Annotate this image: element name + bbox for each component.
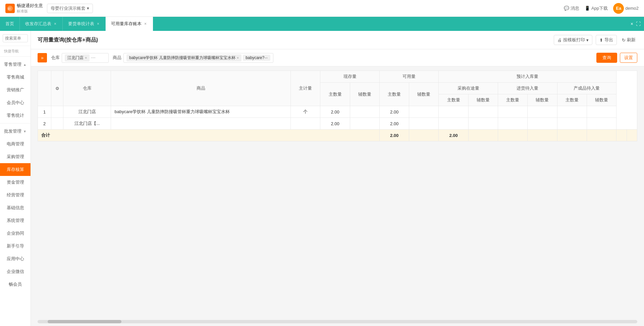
message-icon: 💬 [564,6,569,11]
sidebar-member-center-label: 会员中心 [7,100,24,106]
settings-icon[interactable]: ⚙ [55,86,59,91]
sidebar-enterprise-wechat-label: 企业微信 [7,269,24,275]
sidebar-item-system-mgmt[interactable]: 系统管理 [0,214,31,227]
query-button[interactable]: 查询 [596,53,617,63]
table-row: 1 江北门店 babycare学饮杯 儿童防摔防撞吸管杯重力球吸嘴杯宝宝水杯 个… [38,106,637,118]
message-button[interactable]: 💬 消息 [564,5,579,11]
footer-production-aux [627,130,637,141]
sidebar-finance-label: 资金管理 [7,179,24,185]
product-tag-1-close[interactable]: × [237,56,239,60]
username-label: demo2 [625,6,639,11]
th-purchase-main: 主数量 [439,94,468,106]
cell-purchase-main [439,106,468,118]
cell-production-aux [587,118,616,130]
sidebar-divider [0,56,31,57]
chevron-up-icon: ▲ [23,63,26,66]
th-avail-main: 主数量 [379,83,409,106]
svg-text:好: 好 [8,7,11,10]
tab-close-all-icon[interactable]: × [631,21,633,27]
user-profile[interactable]: Ea demo2 [613,3,639,14]
sidebar-item-member-center[interactable]: 会员中心 [0,96,31,109]
sidebar-item-ops-mgmt[interactable]: 经营管理 [0,189,31,201]
sidebar-retail-stats-label: 零售统计 [7,112,24,119]
cell-purchase-aux [468,106,498,118]
main-layout: 快捷导航 零售管理 ▲ 零售商城 营销推广 会员中心 零售统计 批发管理 ▼ 电… [0,31,644,326]
refresh-button[interactable]: ↻ 刷新 [620,35,637,45]
sidebar-item-app-center[interactable]: 应用中心 [0,252,31,265]
more-icon[interactable]: ··· [91,55,95,61]
chevron-down-icon: ▾ [87,6,89,11]
tab-available-stock-close[interactable]: × [144,21,147,27]
sidebar-item-enterprise-wechat[interactable]: 企业微信 [0,265,31,278]
sidebar-item-marketing[interactable]: 营销推广 [0,84,31,96]
tab-receipts-close[interactable]: × [53,21,57,27]
cell-avail-aux [409,106,439,118]
th-product: 商品 [111,71,291,106]
sidebar-item-ecommerce-mgmt[interactable]: 电商管理 [0,138,31,150]
sidebar-item-purchase-mgmt[interactable]: 采购管理 [0,150,31,163]
sidebar-basic-info-label: 基础信息 [7,205,24,211]
sidebar-item-retail-stats[interactable]: 零售统计 [0,109,31,122]
sidebar-item-basic-info[interactable]: 基础信息 [0,201,31,214]
cell-unit [291,118,320,130]
tab-available-stock[interactable]: 可用量库存账本 × [106,17,153,31]
industry-label: 母婴行业演示账套 [51,5,86,11]
sidebar-marketing-label: 营销推广 [7,87,24,93]
template-print-label: 按模板打印 [563,37,585,43]
th-stock-main: 主数量 [320,83,350,106]
app-download-button[interactable]: 📱 App下载 [585,5,608,11]
th-avail-aux: 辅数量 [409,83,439,106]
warehouse-label: 仓库 [51,55,60,61]
sidebar-item-stock-check[interactable]: 库存核算 [0,163,31,176]
tab-controls: × ⛶ [627,17,644,31]
refresh-label: 刷新 [627,37,636,43]
product-label: 商品 [113,55,121,61]
footer-incoming-aux [587,130,616,141]
th-production-subgroup: 产成品待入量 [557,83,616,94]
cell-incoming-main [498,118,528,130]
tab-expand-icon[interactable]: ⛶ [636,21,641,27]
cell-production-main [557,106,587,118]
sidebar-item-member[interactable]: 畅会员 [0,278,31,291]
cell-settings [51,118,63,130]
sidebar-item-new-guide[interactable]: 新手引导 [0,240,31,252]
filter-toggle-button[interactable]: » [38,53,47,62]
footer-incoming-main [557,130,587,141]
search-input[interactable] [3,34,28,42]
product-tag-1: babycare学饮杯 儿童防摔防撞吸管杯重力球吸嘴杯宝宝水杯 × [126,54,241,61]
logo-icon: 好 [5,4,15,13]
sidebar-wholesale-mgmt-label: 批发管理 [4,128,21,134]
content-area: 可用量查询(按仓库+商品) 🖨 按模板打印 ▾ ⬆ 导出 ↻ 刷新 [31,31,644,326]
top-bar-left: 好 畅捷通好生意 标准版 母婴行业演示账套 ▾ [5,3,93,14]
sidebar-item-retail-mgmt[interactable]: 零售管理 ▲ [0,58,31,71]
footer-stock-aux [409,130,439,141]
template-print-button[interactable]: 🖨 按模板打印 ▾ [554,35,592,45]
tab-home-label: 首页 [5,21,14,27]
tab-receipts[interactable]: 收发存汇总表 × [20,17,63,31]
footer-label: 合计 [38,130,380,141]
sidebar-item-finance-mgmt[interactable]: 资金管理 [0,176,31,189]
settings-button[interactable]: 设置 [620,53,637,63]
cell-stock-main: 2.00 [320,106,350,118]
industry-selector[interactable]: 母婴行业演示账套 ▾ [47,4,93,13]
tab-order-stats[interactable]: 要货单统计表 × [63,17,106,31]
printer-icon: 🖨 [557,38,562,43]
tab-home[interactable]: 首页 [0,17,20,31]
th-available-group: 可用量 [379,71,439,83]
cell-unit: 个 [291,106,320,118]
page-actions: 🖨 按模板打印 ▾ ⬆ 导出 ↻ 刷新 [554,35,637,45]
tab-order-stats-close[interactable]: × [96,21,100,27]
scroll-thumb[interactable] [48,320,121,323]
double-arrow-icon: » [41,55,44,60]
export-button[interactable]: ⬆ 导出 [596,35,617,45]
app-download-label: App下载 [591,5,608,11]
sidebar-item-enterprise-collab[interactable]: 企业协同 [0,227,31,240]
top-bar-right: 💬 消息 📱 App下载 Ea demo2 [564,3,639,14]
warehouse-tag-close[interactable]: × [85,56,87,60]
sidebar-item-wholesale-mgmt[interactable]: 批发管理 ▼ [0,125,31,138]
page-title-row: 可用量查询(按仓库+商品) 🖨 按模板打印 ▾ ⬆ 导出 ↻ 刷新 [38,35,637,49]
sidebar-app-center-label: 应用中心 [7,256,24,262]
tab-receipts-label: 收发存汇总表 [25,21,51,27]
sidebar-item-retail-mall[interactable]: 零售商城 [0,71,31,84]
th-purchase-aux: 辅数量 [468,94,498,106]
